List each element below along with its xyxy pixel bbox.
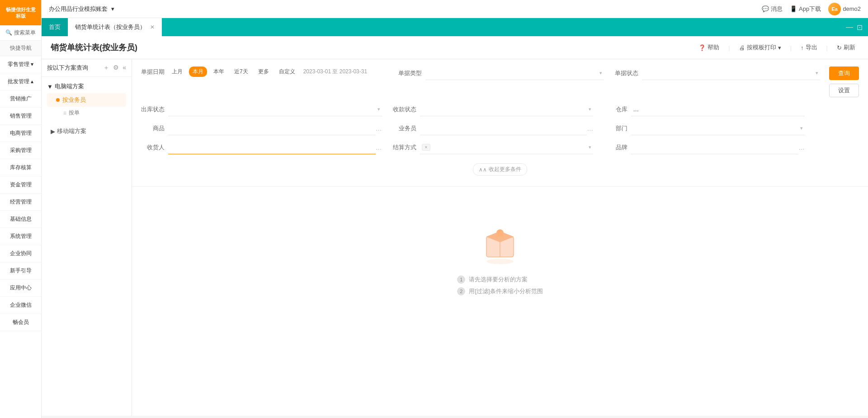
export-button[interactable]: ↑ 导出 [797, 42, 821, 53]
sidebar-item-retail[interactable]: 零售管理 ▾ [0, 56, 41, 73]
brand-dots[interactable]: … [798, 144, 805, 151]
sidebar-item-inventory[interactable]: 库存核算 [0, 159, 41, 176]
filter-department-item: 部门 ▾ [604, 122, 805, 135]
sidebar-item-wechat[interactable]: 企业微信 [0, 297, 41, 314]
payment-status-select[interactable]: ▾ [420, 103, 594, 116]
sidebar-item-marketing[interactable]: 营销推广 [0, 90, 41, 108]
collapse-button[interactable]: ∧∧ 收起更多条件 [473, 163, 527, 176]
left-panel: 按以下方案查询 ＋ ⚙ « ▼ 电脑端方案 按业务员 [42, 59, 132, 416]
print-dropdown-icon: ▾ [778, 44, 781, 51]
user-menu-button[interactable]: Ea demo2 [828, 3, 861, 15]
help-button[interactable]: ❓ 帮助 [695, 42, 723, 53]
brand-input[interactable] [631, 141, 798, 154]
app-download-button[interactable]: 📱 App下载 [790, 5, 821, 13]
empty-tip-2: 2 用[过滤]条件来缩小分析范围 [457, 287, 542, 295]
mobile-scheme-label: 移动端方案 [57, 127, 86, 135]
workspace-dropdown-icon[interactable]: ▾ [111, 5, 114, 12]
payment-status-arrow: ▾ [589, 106, 591, 112]
quick-nav-button[interactable]: 快捷导航 [0, 41, 41, 56]
sidebar-item-system[interactable]: 系统管理 [0, 228, 41, 245]
date-custom-btn[interactable]: 自定义 [275, 66, 299, 77]
sidebar-item-base[interactable]: 基础信息 [0, 211, 41, 228]
product-input[interactable] [168, 122, 376, 135]
top-header-right: 💬 消息 📱 App下载 Ea demo2 [762, 3, 861, 15]
print-icon: 🖨 [739, 44, 745, 51]
consignee-input[interactable] [168, 141, 376, 154]
page-content: 销货单统计表(按业务员) ❓ 帮助 | 🖨 按模板打印 ▾ | ↑ 导出 | [42, 36, 868, 418]
filter-brand-item: 品牌 … [604, 141, 805, 154]
settings-button[interactable]: 设置 [829, 84, 859, 97]
settlement-tag-x[interactable]: × [425, 145, 428, 150]
pc-scheme-label: 电脑端方案 [55, 82, 84, 90]
order-status-select[interactable]: ▾ [642, 66, 820, 80]
logo-text: 畅捷信好生意 [6, 6, 36, 13]
refresh-label: 刷新 [844, 43, 855, 52]
pc-scheme-group: ▼ 电脑端方案 按业务员 ≡ 按单 [42, 77, 132, 122]
sidebar-item-newbie[interactable]: 新手引导 [0, 262, 41, 280]
scheme-item-by-order[interactable]: ≡ 按单 [47, 107, 126, 119]
sidebar-item-finance[interactable]: 资金管理 [0, 176, 41, 194]
pc-scheme-title[interactable]: ▼ 电脑端方案 [47, 80, 126, 93]
mobile-scheme-title[interactable]: ▶ 移动端方案 [47, 124, 126, 138]
settlement-select[interactable]: × ▾ [420, 141, 594, 154]
mobile-scheme-group: ▶ 移动端方案 [42, 122, 132, 141]
sidebar-item-member[interactable]: 畅会员 [0, 314, 41, 331]
sidebar-item-purchase[interactable]: 采购管理 [0, 142, 41, 159]
date-this-year-btn[interactable]: 本年 [210, 66, 228, 77]
date-last7-btn[interactable]: 近7天 [231, 66, 252, 77]
empty-state: 1 请先选择要分析的方案 2 用[过滤]条件来缩小分析范围 [132, 187, 868, 332]
action-buttons: 查询 设置 [820, 66, 859, 97]
date-prev-month-btn[interactable]: 上月 [168, 66, 186, 77]
order-type-select[interactable]: ▾ [425, 66, 604, 80]
settings-scheme-icon[interactable]: ⚙ [113, 64, 119, 72]
department-arrow: ▾ [800, 125, 803, 131]
message-button[interactable]: 💬 消息 [762, 5, 783, 13]
search-menu-button[interactable]: 🔍 搜索菜单 [0, 25, 41, 41]
empty-tip-2-text: 用[过滤]条件来缩小分析范围 [469, 287, 542, 295]
sidebar-item-enterprise[interactable]: 企业协同 [0, 245, 41, 262]
tab-home[interactable]: 首页 [42, 18, 68, 36]
consignee-dots[interactable]: … [376, 144, 382, 151]
tab-report[interactable]: 销货单统计表（按业务员） ✕ [68, 18, 162, 36]
warehouse-select[interactable]: … [631, 103, 805, 116]
tab-close-icon[interactable]: ✕ [150, 24, 155, 30]
staff-input[interactable] [420, 122, 587, 135]
refresh-icon: ↻ [837, 44, 842, 51]
top-header-left: 办公用品行业模拟账套 ▾ [49, 5, 114, 13]
tab-minimize-icon[interactable]: — [846, 23, 853, 31]
query-button[interactable]: 查询 [829, 66, 859, 80]
collapse-up-icon: ∧∧ [479, 166, 487, 173]
collapse-label: 收起更多条件 [489, 166, 521, 173]
filter-row-1: 单据日期 上月 本月 本年 近7天 更多 自定义 2023-03-01 至 20… [141, 66, 859, 97]
sidebar-item-sales[interactable]: 销售管理 [0, 108, 41, 125]
settlement-tag: × [422, 144, 431, 151]
date-more-btn[interactable]: 更多 [255, 66, 273, 77]
out-status-select[interactable]: ▾ [168, 103, 382, 116]
export-label: 导出 [806, 43, 817, 52]
sidebar-item-ecommerce[interactable]: 电商管理 [0, 125, 41, 142]
divider3: | [826, 44, 828, 51]
sub-scheme-icon: ≡ [63, 110, 66, 116]
product-label: 商品 [141, 124, 165, 133]
content-body: 按以下方案查询 ＋ ⚙ « ▼ 电脑端方案 按业务员 [42, 59, 868, 416]
product-dots[interactable]: … [376, 125, 382, 132]
scheme-item-by-staff[interactable]: 按业务员 [47, 93, 126, 107]
settlement-label: 结算方式 [393, 143, 416, 152]
sidebar-item-wholesale[interactable]: 批发管理 ▴ [0, 73, 41, 90]
add-scheme-icon[interactable]: ＋ [103, 64, 109, 72]
sidebar-item-operation[interactable]: 经营管理 [0, 194, 41, 211]
out-status-label: 出库状态 [141, 105, 165, 114]
home-tab-label: 首页 [49, 23, 61, 31]
date-this-month-btn[interactable]: 本月 [189, 66, 207, 77]
refresh-button[interactable]: ↻ 刷新 [833, 42, 859, 53]
collapse-panel-icon[interactable]: « [123, 64, 126, 72]
print-button[interactable]: 🖨 按模板打印 ▾ [736, 42, 785, 53]
consignee-label: 收货人 [141, 143, 165, 152]
department-select[interactable]: ▾ [631, 122, 805, 135]
search-icon: 🔍 [5, 29, 12, 36]
avatar-initials: Ea [832, 6, 838, 12]
tab-expand-icon[interactable]: ⊡ [857, 23, 863, 32]
staff-dots[interactable]: … [587, 125, 593, 132]
sidebar-item-app-center[interactable]: 应用中心 [0, 280, 41, 297]
page-header-actions: ❓ 帮助 | 🖨 按模板打印 ▾ | ↑ 导出 | ↻ 刷新 [695, 42, 859, 53]
